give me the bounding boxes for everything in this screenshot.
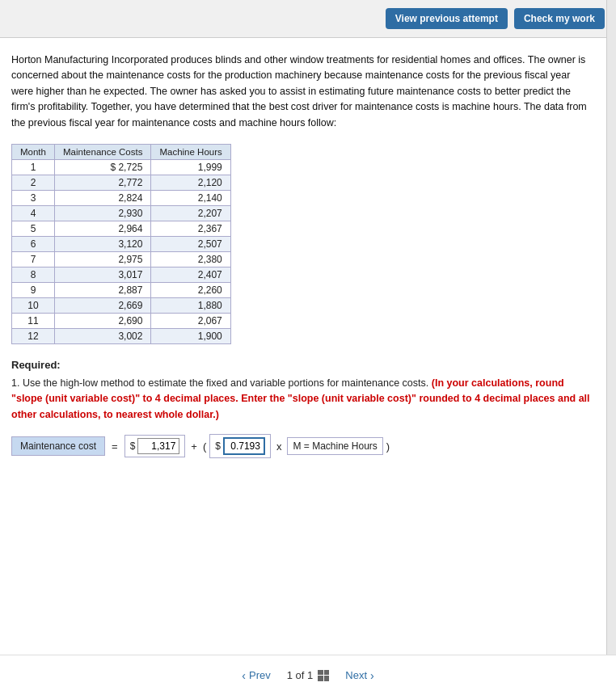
table-cell: 2,260	[151, 282, 230, 297]
required-text: 1. Use the high-low method to estimate t…	[11, 376, 590, 423]
table-row: 52,9642,367	[12, 221, 231, 236]
table-cell: 2,772	[54, 175, 150, 190]
page-info: 1 of 1	[287, 669, 330, 681]
prev-label: Prev	[249, 669, 271, 681]
table-cell: 2,140	[151, 190, 230, 205]
fixed-dollar: $	[130, 440, 136, 452]
table-cell: 1,900	[151, 328, 230, 343]
table-cell: 5	[12, 221, 55, 236]
table-row: 22,7722,120	[12, 175, 231, 190]
variable-value-input[interactable]	[223, 437, 265, 455]
table-cell: 3,002	[54, 328, 150, 343]
table-cell: 9	[12, 282, 55, 297]
prev-button[interactable]: ‹ Prev	[237, 666, 275, 685]
open-paren: (	[203, 440, 206, 453]
table-cell: 2,690	[54, 313, 150, 328]
required-normal-text: 1. Use the high-low method to estimate t…	[11, 377, 428, 389]
table-cell: 11	[12, 313, 55, 328]
table-cell: $ 2,725	[54, 159, 150, 175]
table-cell: 2,367	[151, 221, 230, 236]
grid-icon[interactable]	[318, 670, 329, 681]
table-row: 123,0021,900	[12, 328, 231, 343]
close-paren: )	[386, 440, 390, 453]
formula-times: x	[274, 440, 285, 453]
table-row: 42,9302,207	[12, 205, 231, 221]
table-cell: 2,120	[151, 175, 230, 190]
table-cell: 1,999	[151, 159, 230, 175]
table-cell: 3,017	[54, 267, 150, 282]
table-cell: 2,887	[54, 282, 150, 297]
formula-equals: =	[108, 440, 121, 453]
table-row: 92,8872,260	[12, 282, 231, 297]
table-cell: 10	[12, 297, 55, 313]
formula-maintenance-label: Maintenance cost	[11, 436, 105, 456]
formula-variable-label-box: M = Machine Hours	[287, 437, 382, 455]
col-header-maintenance: Maintenance Costs	[54, 144, 150, 159]
table-row: 1$ 2,7251,999	[12, 159, 231, 175]
table-row: 102,6691,880	[12, 297, 231, 313]
table-row: 72,9752,380	[12, 251, 231, 267]
intro-paragraph: Horton Manufacturing Incorporated produc…	[11, 53, 590, 131]
variable-dollar: $	[215, 440, 221, 452]
page-number: 1 of 1	[287, 669, 314, 681]
table-row: 112,6902,067	[12, 313, 231, 328]
table-cell: 2,669	[54, 297, 150, 313]
scrollbar[interactable]	[606, 0, 616, 695]
required-label: Required:	[11, 359, 590, 371]
table-cell: 2,930	[54, 205, 150, 221]
table-cell: 2,964	[54, 221, 150, 236]
table-cell: 12	[12, 328, 55, 343]
table-cell: 2,380	[151, 251, 230, 267]
formula-plus: +	[188, 440, 200, 453]
bottom-navigation: ‹ Prev 1 of 1 Next ›	[0, 655, 616, 695]
table-cell: 3,120	[54, 236, 150, 251]
table-cell: 2,824	[54, 190, 150, 205]
table-cell: 1,880	[151, 297, 230, 313]
formula-row: Maintenance cost = $ + ( $ x M = Machine…	[11, 434, 590, 458]
table-cell: 2,407	[151, 267, 230, 282]
table-cell: 8	[12, 267, 55, 282]
formula-fixed-box: $	[124, 435, 186, 457]
table-cell: 2,067	[151, 313, 230, 328]
table-row: 63,1202,507	[12, 236, 231, 251]
top-bar: View previous attempt Check my work	[0, 0, 616, 38]
table-cell: 1	[12, 159, 55, 175]
table-cell: 4	[12, 205, 55, 221]
main-content: Horton Manufacturing Incorporated produc…	[0, 38, 606, 491]
table-cell: 2,507	[151, 236, 230, 251]
col-header-month: Month	[12, 144, 55, 159]
formula-variable-box: $	[209, 434, 271, 458]
check-my-work-button[interactable]: Check my work	[514, 8, 605, 29]
next-label: Next	[345, 669, 367, 681]
table-cell: 2	[12, 175, 55, 190]
fixed-value-input[interactable]	[137, 438, 179, 454]
table-cell: 2,975	[54, 251, 150, 267]
table-row: 83,0172,407	[12, 267, 231, 282]
view-previous-attempt-button[interactable]: View previous attempt	[386, 8, 508, 29]
next-arrow-icon: ›	[370, 669, 374, 682]
table-cell: 2,207	[151, 205, 230, 221]
col-header-machine-hours: Machine Hours	[151, 144, 230, 159]
table-cell: 6	[12, 236, 55, 251]
next-button[interactable]: Next ›	[340, 666, 378, 685]
data-table: Month Maintenance Costs Machine Hours 1$…	[11, 144, 231, 344]
table-cell: 3	[12, 190, 55, 205]
prev-arrow-icon: ‹	[242, 669, 246, 682]
variable-label-text: M = Machine Hours	[293, 440, 377, 452]
table-row: 32,8242,140	[12, 190, 231, 205]
table-cell: 7	[12, 251, 55, 267]
